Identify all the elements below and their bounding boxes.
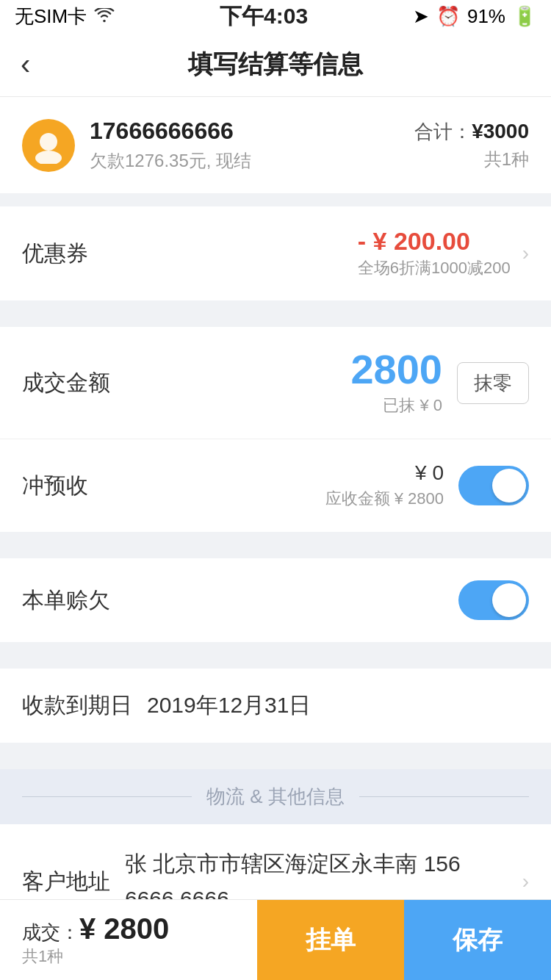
prepay-label: 冲预收 [22, 471, 118, 501]
avatar [22, 119, 75, 172]
prepay-amount-area: ¥ 0 应收金额 ¥ 2800 [325, 461, 444, 510]
status-left: 无SIM卡 [15, 4, 115, 29]
deal-amount-value-area: 2800 已抹 ¥ 0 抹零 [350, 349, 529, 417]
svg-point-1 [35, 151, 62, 164]
bottom-bar: 成交：¥ 2800 共1种 挂单 保存 [0, 899, 551, 980]
coupon-detail: 全场6折满1000减200 [358, 256, 511, 280]
customer-total: 合计：¥3000 共1种 [414, 119, 529, 171]
status-bar: 无SIM卡 下午4:03 ➤ ⏰ 91% 🔋 [0, 0, 551, 32]
deal-amount-sub: 已抹 ¥ 0 [350, 394, 442, 417]
prepay-row: 冲预收 ¥ 0 应收金额 ¥ 2800 [0, 439, 551, 532]
battery-icon: 🔋 [513, 5, 536, 28]
address-label: 客户地址 [22, 867, 110, 897]
deal-amount-label: 成交金额 [22, 368, 118, 398]
page-title: 填写结算等信息 [188, 48, 363, 82]
total-value: ¥3000 [472, 120, 529, 143]
bottom-summary: 成交：¥ 2800 共1种 [0, 912, 257, 968]
coupon-row[interactable]: 优惠券 - ¥ 200.00 全场6折满1000减200 › [0, 206, 551, 300]
customer-card: 17666666666 欠款1276.35元, 现结 合计：¥3000 共1种 [0, 97, 551, 193]
save-button[interactable]: 保存 [404, 900, 551, 981]
due-date-label: 收款到期日 [22, 691, 132, 721]
coupon-discount: - ¥ 200.00 [358, 227, 511, 256]
prepay-sub: 应收金额 ¥ 2800 [325, 488, 444, 510]
time-label: 下午4:03 [220, 1, 308, 32]
debt-row: 本单赊欠 [0, 558, 551, 642]
coupon-right: - ¥ 200.00 全场6折满1000减200 › [358, 227, 529, 280]
divider-line-left [22, 796, 192, 797]
status-right: ➤ ⏰ 91% 🔋 [413, 5, 536, 28]
debt-label: 本单赊欠 [22, 586, 118, 616]
debt-toggle[interactable] [458, 580, 529, 620]
total-count: 共1种 [414, 148, 529, 171]
address-chevron-icon: › [522, 870, 529, 893]
round-button[interactable]: 抹零 [457, 362, 529, 404]
debt-toggle-thumb [492, 583, 526, 617]
customer-left: 17666666666 欠款1276.35元, 现结 [22, 118, 251, 173]
wifi-icon [94, 5, 115, 28]
due-date-value: 2019年12月31日 [147, 691, 311, 721]
content-area: 17666666666 欠款1276.35元, 现结 合计：¥3000 共1种 … [0, 97, 551, 980]
prepay-toggle-thumb [492, 469, 526, 502]
bottom-deal-amount: ¥ 2800 [79, 912, 169, 945]
customer-debt: 欠款1276.35元, 现结 [90, 149, 251, 173]
total-label: 合计： [414, 120, 472, 143]
svg-point-0 [40, 133, 57, 151]
coupon-label: 优惠券 [22, 239, 88, 269]
battery-label: 91% [467, 5, 505, 28]
deal-amount-section: 成交金额 2800 已抹 ¥ 0 抹零 冲预收 ¥ 0 应收金额 ¥ 2800 [0, 327, 551, 532]
location-icon: ➤ [413, 5, 429, 28]
debt-section: 本单赊欠 [0, 558, 551, 642]
bottom-deal-row: 成交：¥ 2800 [22, 912, 235, 945]
prepay-toggle-wrap: ¥ 0 应收金额 ¥ 2800 [325, 461, 529, 510]
section-divider-1 [0, 314, 551, 327]
section-divider-2 [0, 545, 551, 558]
carrier-label: 无SIM卡 [15, 4, 87, 29]
section-divider-4 [0, 756, 551, 769]
deal-amount-big: 2800 [350, 349, 442, 390]
alarm-icon: ⏰ [436, 5, 460, 28]
logistics-label: 物流 & 其他信息 [206, 784, 345, 810]
logistics-divider: 物流 & 其他信息 [0, 769, 551, 824]
divider-line-right [359, 796, 529, 797]
prepay-toggle[interactable] [458, 466, 529, 505]
total-label-value: 合计：¥3000 [414, 119, 529, 145]
customer-info: 17666666666 欠款1276.35元, 现结 [90, 118, 251, 173]
due-date-row: 收款到期日 2019年12月31日 [0, 669, 551, 743]
section-divider-3 [0, 655, 551, 669]
pending-button[interactable]: 挂单 [257, 900, 404, 981]
customer-phone: 17666666666 [90, 118, 251, 145]
bottom-deal-label: 成交： [22, 921, 79, 943]
back-button[interactable]: ‹ [21, 48, 30, 81]
chevron-right-icon: › [522, 242, 529, 265]
deal-amount-row: 成交金额 2800 已抹 ¥ 0 抹零 [0, 327, 551, 439]
bottom-count: 共1种 [22, 945, 235, 968]
nav-bar: ‹ 填写结算等信息 [0, 32, 551, 97]
prepay-amount: ¥ 0 [325, 461, 444, 485]
